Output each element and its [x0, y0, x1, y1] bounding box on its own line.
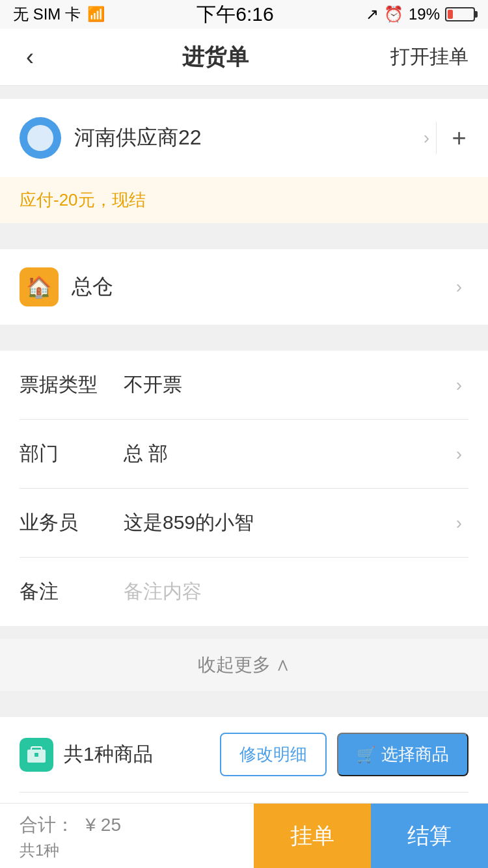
supplier-name: 河南供应商22	[74, 124, 424, 152]
products-count: 共1种商品	[64, 741, 220, 768]
department-chevron-icon: ›	[456, 444, 462, 465]
supplier-section: 河南供应商22 › + 应付-20元，现结	[0, 99, 488, 223]
select-product-label: 选择商品	[381, 743, 449, 766]
status-left: 无 SIM 卡 📶	[13, 4, 105, 25]
open-hang-button[interactable]: 打开挂单	[390, 44, 468, 70]
invoice-chevron-icon: ›	[456, 375, 462, 396]
divider-2	[0, 223, 488, 236]
warehouse-row[interactable]: 🏠 总仓 ›	[0, 249, 488, 325]
divider-4	[0, 691, 488, 704]
back-button[interactable]: ‹	[20, 37, 40, 77]
remark-label: 备注	[20, 578, 111, 605]
collapse-button[interactable]: 收起更多 ∧	[0, 639, 488, 691]
hang-button[interactable]: 挂单	[254, 804, 371, 868]
edit-detail-button[interactable]: 修改明细	[220, 733, 327, 776]
salesman-chevron-icon: ›	[456, 513, 462, 534]
form-section: 票据类型 不开票 › 部门 总 部 › 业务员 这是859的小智 › 备注 备注…	[0, 351, 488, 626]
invoice-row[interactable]: 票据类型 不开票 ›	[0, 351, 488, 419]
products-icon	[20, 738, 53, 772]
divider-1	[0, 86, 488, 99]
bottom-bar: 合计： ¥ 25 共1种 挂单 结算	[0, 803, 488, 868]
remark-input[interactable]: 备注内容	[111, 578, 468, 605]
salesman-value: 这是859的小智	[111, 509, 456, 536]
total-amount: 合计： ¥ 25	[20, 811, 234, 837]
status-bar: 无 SIM 卡 📶 下午6:16 ↗ ⏰ 19%	[0, 0, 488, 29]
department-row[interactable]: 部门 总 部 ›	[0, 420, 488, 488]
invoice-label: 票据类型	[20, 372, 111, 398]
products-header: 共1种商品 修改明细 🛒 选择商品	[0, 717, 488, 792]
total-value: ¥ 25	[85, 815, 121, 835]
settle-button[interactable]: 结算	[371, 804, 488, 868]
warehouse-section: 🏠 总仓 ›	[0, 249, 488, 325]
supplier-chevron-icon: ›	[424, 128, 429, 148]
wifi-icon: 📶	[87, 6, 105, 23]
location-icon: ↗	[366, 5, 379, 23]
department-label: 部门	[20, 441, 111, 467]
battery-percent: 19%	[409, 5, 440, 23]
nav-bar: ‹ 进货单 打开挂单	[0, 29, 488, 86]
status-time: 下午6:16	[197, 1, 273, 28]
supplier-avatar	[20, 117, 61, 159]
avatar-inner	[27, 125, 53, 151]
status-right: ↗ ⏰ 19%	[366, 5, 475, 23]
supplier-notice: 应付-20元，现结	[0, 177, 488, 223]
page-title: 进货单	[182, 42, 249, 72]
salesman-row[interactable]: 业务员 这是859的小智 ›	[0, 489, 488, 557]
salesman-label: 业务员	[20, 509, 111, 536]
total-section: 合计： ¥ 25 共1种	[0, 804, 254, 868]
battery-fill	[448, 10, 453, 19]
select-product-button[interactable]: 🛒 选择商品	[337, 733, 468, 776]
warehouse-icon: 🏠	[20, 267, 59, 306]
invoice-value: 不开票	[111, 372, 456, 398]
divider-3	[0, 325, 488, 338]
svg-rect-1	[34, 753, 38, 757]
cart-icon: 🛒	[357, 746, 376, 764]
total-count: 共1种	[20, 840, 234, 861]
total-label: 合计：	[20, 815, 74, 835]
supplier-row[interactable]: 河南供应商22 › +	[0, 99, 488, 177]
battery-icon	[445, 7, 475, 21]
carrier-label: 无 SIM 卡	[13, 4, 81, 25]
add-supplier-button[interactable]: +	[436, 122, 468, 154]
warehouse-chevron-icon: ›	[456, 277, 462, 297]
department-value: 总 部	[111, 441, 456, 467]
remark-row[interactable]: 备注 备注内容	[0, 558, 488, 626]
warehouse-name: 总仓	[72, 273, 456, 301]
alarm-icon: ⏰	[384, 5, 403, 23]
